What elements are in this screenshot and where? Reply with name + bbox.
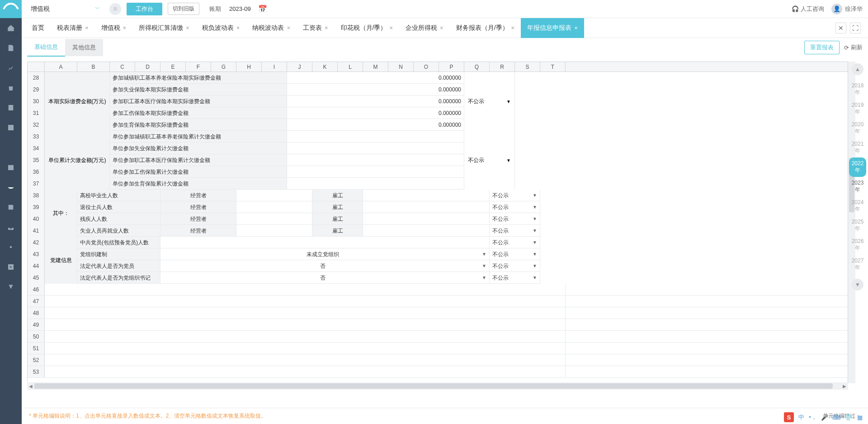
- group2-value-3[interactable]: [287, 166, 464, 177]
- col-header-L[interactable]: L: [338, 62, 363, 71]
- row-header-28[interactable]: 28: [28, 72, 45, 84]
- expand-tabs-button[interactable]: ⛶: [850, 23, 861, 33]
- empty-row-50[interactable]: [45, 331, 566, 342]
- group3-empval-3[interactable]: [363, 225, 490, 236]
- col-header-F[interactable]: F: [186, 62, 211, 71]
- group2-pub[interactable]: 不公示▼: [464, 131, 515, 190]
- col-header-R[interactable]: R: [490, 62, 515, 71]
- group4-pub-0[interactable]: 不公示▼: [490, 237, 540, 248]
- tab-3[interactable]: 所得税汇算清缴×: [132, 18, 196, 38]
- row-header-49[interactable]: 49: [28, 319, 45, 330]
- col-header-J[interactable]: J: [287, 62, 312, 71]
- row-header-32[interactable]: 32: [28, 119, 45, 131]
- row-header-46[interactable]: 46: [28, 284, 45, 295]
- group2-value-4[interactable]: [287, 178, 464, 189]
- nav-home-icon[interactable]: [0, 18, 22, 38]
- col-header-T[interactable]: T: [540, 62, 566, 71]
- row-header-41[interactable]: 41: [28, 225, 45, 237]
- tab-close-icon[interactable]: ×: [85, 24, 89, 31]
- tab-close-icon[interactable]: ×: [389, 24, 393, 31]
- row-header-48[interactable]: 48: [28, 307, 45, 319]
- ime-tool-icon[interactable]: ▦: [855, 413, 864, 422]
- empty-row-49[interactable]: [45, 319, 566, 330]
- year-2024年[interactable]: 2024年: [849, 196, 866, 216]
- row-header-34[interactable]: 34: [28, 143, 45, 154]
- reset-report-button[interactable]: 重置报表: [804, 41, 840, 54]
- col-header-A[interactable]: A: [45, 62, 77, 71]
- tab-0[interactable]: 首页: [25, 18, 51, 38]
- row-header-33[interactable]: 33: [28, 131, 45, 143]
- row-header-40[interactable]: 40: [28, 213, 45, 225]
- year-up-arrow[interactable]: ▲: [852, 63, 863, 75]
- empty-row-53[interactable]: [45, 366, 566, 377]
- tab-1[interactable]: 税表清册×: [51, 18, 95, 38]
- col-header-O[interactable]: O: [414, 62, 439, 71]
- nav-doc-icon[interactable]: [0, 38, 22, 58]
- period-value[interactable]: 2023-09: [229, 5, 251, 12]
- group4-pub-1[interactable]: 不公示▼: [490, 248, 540, 260]
- subtab-other[interactable]: 其他信息: [65, 39, 103, 56]
- tab-close-icon[interactable]: ×: [287, 24, 290, 31]
- tab-5[interactable]: 纳税波动表×: [246, 18, 297, 38]
- group1-pub[interactable]: 不公示▼: [464, 72, 515, 131]
- group3-opval-2[interactable]: [236, 213, 312, 224]
- year-2022年[interactable]: 2022年: [849, 157, 866, 177]
- row-header-39[interactable]: 39: [28, 201, 45, 213]
- ime-keyboard-icon[interactable]: ⌨: [832, 413, 841, 422]
- ime-punct-icon[interactable]: •，: [808, 413, 817, 422]
- hscroll-thumb[interactable]: [34, 383, 833, 389]
- nav-inbox-icon[interactable]: [0, 217, 22, 237]
- year-2021年[interactable]: 2021年: [849, 138, 866, 157]
- group3-pub-0[interactable]: 不公示▼: [490, 190, 540, 201]
- group1-value-4[interactable]: 0.000000: [287, 119, 464, 130]
- empty-row-47[interactable]: [45, 295, 566, 307]
- tab-close-icon[interactable]: ×: [511, 24, 515, 31]
- ime-mic-icon[interactable]: 🎤: [820, 413, 829, 422]
- nav-calendar-icon[interactable]: [0, 157, 22, 177]
- col-header-B[interactable]: B: [77, 62, 110, 71]
- year-2023年[interactable]: 2023年: [849, 177, 866, 196]
- col-header-P[interactable]: P: [439, 62, 464, 71]
- nav-settings-icon[interactable]: [0, 237, 22, 257]
- col-header-C[interactable]: C: [110, 62, 135, 71]
- tab-close-icon[interactable]: ×: [186, 24, 189, 31]
- nav-clipboard-icon[interactable]: [0, 98, 22, 118]
- nav-tax-icon[interactable]: [0, 138, 22, 157]
- col-header-N[interactable]: N: [388, 62, 414, 71]
- empty-row-46[interactable]: [45, 284, 566, 295]
- close-all-tabs-button[interactable]: ✕: [835, 23, 846, 33]
- hscroll-right-arrow[interactable]: ▶: [841, 384, 848, 389]
- group4-val-1[interactable]: 未成立党组织▼: [160, 248, 490, 260]
- row-header-29[interactable]: 29: [28, 84, 45, 95]
- empty-row-51[interactable]: [45, 343, 566, 354]
- nav-bag-icon[interactable]: [0, 78, 22, 98]
- group3-opval-1[interactable]: [236, 201, 312, 213]
- group1-value-2[interactable]: 0.000000: [287, 95, 464, 107]
- group2-value-1[interactable]: [287, 143, 464, 154]
- nav-play-icon[interactable]: [0, 257, 22, 277]
- row-header-51[interactable]: 51: [28, 343, 45, 354]
- group1-value-1[interactable]: 0.000000: [287, 84, 464, 95]
- calendar-icon[interactable]: 📅: [258, 5, 267, 13]
- tab-2[interactable]: 增值税×: [95, 18, 133, 38]
- year-2019年[interactable]: 2019年: [849, 99, 866, 119]
- group1-value-0[interactable]: 0.000000: [287, 72, 464, 83]
- row-header-52[interactable]: 52: [28, 354, 45, 366]
- refresh-button[interactable]: ⟳ 刷新: [844, 43, 863, 52]
- app-logo[interactable]: [0, 0, 22, 18]
- empty-row-52[interactable]: [45, 354, 566, 366]
- col-header-I[interactable]: I: [262, 62, 287, 71]
- tab-7[interactable]: 印花税（月/季）×: [335, 18, 399, 38]
- row-header-30[interactable]: 30: [28, 95, 45, 107]
- group4-val-2[interactable]: 否▼: [160, 260, 490, 272]
- group4-pub-3[interactable]: 不公示▼: [490, 272, 540, 283]
- tab-4[interactable]: 税负波动表×: [196, 18, 246, 38]
- tab-9[interactable]: 财务报表（月/季）×: [450, 18, 521, 38]
- group3-empval-1[interactable]: [363, 201, 490, 213]
- year-2027年[interactable]: 2027年: [849, 255, 866, 274]
- list-icon-button[interactable]: ≡: [109, 3, 121, 15]
- nav-v-icon[interactable]: [0, 277, 22, 297]
- group3-empval-2[interactable]: [363, 213, 490, 224]
- row-header-45[interactable]: 45: [28, 272, 45, 284]
- ime-zh-icon[interactable]: 中: [797, 413, 806, 422]
